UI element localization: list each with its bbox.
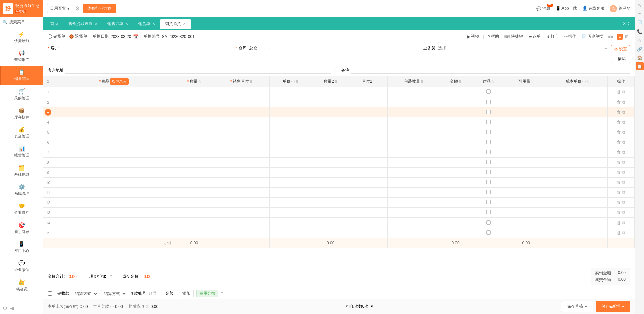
available-cell-3[interactable] [505, 107, 547, 117]
cost-price-cell-15[interactable] [547, 228, 607, 238]
qty-cell-13[interactable] [175, 208, 213, 218]
price-cell-15[interactable] [269, 228, 312, 238]
pack-qty-cell-9[interactable] [388, 168, 439, 178]
unit-cell-4[interactable] [213, 117, 269, 127]
price-cell-1[interactable] [269, 87, 312, 97]
price-cell-4[interactable] [269, 117, 312, 127]
copy-row-btn-14[interactable]: ⧉ [622, 220, 625, 226]
product-cell-4[interactable] [53, 117, 175, 127]
cost-price-cell-12[interactable] [547, 198, 607, 208]
delete-row-btn-14[interactable]: 🗑 [616, 220, 621, 226]
gift-checkbox-8[interactable] [486, 160, 491, 164]
delete-row-btn-7[interactable]: 🗑 [616, 150, 621, 155]
message-btn[interactable]: 💬 消息 70 [536, 6, 550, 11]
summary-method-select[interactable]: 结算方式 [101, 290, 127, 297]
sidebar-item-app-center[interactable]: 📱 应用中心 [0, 238, 43, 257]
warehouse-more-icon[interactable]: ··· [269, 46, 273, 51]
unit2-cell-6[interactable] [350, 137, 388, 147]
cost-price-cell-14[interactable] [547, 218, 607, 228]
price-cell-6[interactable] [269, 137, 312, 147]
amount-cell-7[interactable] [439, 147, 472, 158]
sidebar-item-guide[interactable]: 🎯 新手引导 [0, 218, 43, 238]
unit2-cell-4[interactable] [350, 117, 388, 127]
amount-cell-13[interactable] [439, 208, 472, 218]
qty-sort-icon[interactable]: ⇅ [198, 80, 201, 83]
qty-cell-10[interactable] [175, 178, 213, 188]
qty2-cell-13[interactable] [312, 208, 350, 218]
qty-cell-3[interactable] [175, 107, 213, 117]
gift-cell-8[interactable] [472, 158, 505, 168]
shortcut-btn[interactable]: ⌨ 快捷键 [503, 33, 524, 40]
select-order-btn[interactable]: ☰ 选单 [527, 33, 542, 40]
qty-cell-12[interactable] [175, 198, 213, 208]
qty-cell-11[interactable] [175, 188, 213, 198]
add-payment-btn[interactable]: + 添加 [176, 290, 194, 297]
amount-cell-10[interactable] [439, 178, 472, 188]
gift-checkbox-2[interactable] [486, 100, 491, 104]
unit2-cell-8[interactable] [350, 158, 388, 168]
tab-sales-return[interactable]: 销货退货 ✕ [160, 19, 191, 29]
account-dots[interactable]: ··· [159, 291, 163, 296]
price-cell-9[interactable] [269, 168, 312, 178]
tab-close-sales-deliver[interactable]: ✕ [152, 22, 155, 26]
qty-cell-4[interactable] [175, 117, 213, 127]
rp-list-icon[interactable]: ≡ [636, 10, 644, 18]
sidebar-item-sys[interactable]: ⚙️ 系统管理 [0, 180, 43, 199]
price-cell-13[interactable] [269, 208, 312, 218]
gift-checkbox-14[interactable] [486, 220, 491, 225]
amount-sort-icon[interactable]: ⇅ [459, 80, 461, 83]
available-cell-1[interactable] [505, 87, 547, 97]
calendar-icon[interactable]: 📅 [133, 34, 138, 39]
gift-cell-11[interactable] [472, 188, 505, 198]
copy-row-btn-8[interactable]: ⧉ [622, 160, 625, 165]
pack-qty-cell-15[interactable] [388, 228, 439, 238]
product-cell-3[interactable] [53, 107, 175, 117]
qty2-cell-1[interactable] [312, 87, 350, 97]
list-view-btn[interactable]: ≡ [617, 34, 623, 40]
product-cell-11[interactable] [53, 188, 175, 198]
gift-cell-3[interactable] [472, 107, 505, 117]
unit2-cell-7[interactable] [350, 147, 388, 158]
price-cell-10[interactable] [269, 178, 312, 188]
available-cell-13[interactable] [505, 208, 547, 218]
price-cell-5[interactable] [269, 127, 312, 137]
unit-cell-13[interactable] [213, 208, 269, 218]
unit2-cell-10[interactable] [350, 178, 388, 188]
copy-row-btn-9[interactable]: ⧉ [622, 170, 625, 175]
gift-checkbox-10[interactable] [486, 180, 491, 184]
unit-cell-12[interactable] [213, 198, 269, 208]
available-cell-11[interactable] [505, 188, 547, 198]
amount-cell-6[interactable] [439, 137, 472, 147]
qty2-cell-2[interactable] [312, 97, 350, 107]
gift-checkbox-5[interactable] [486, 130, 491, 134]
qty2-sort-icon[interactable]: ⇅ [335, 80, 337, 83]
cost-price-cell-9[interactable] [547, 168, 607, 178]
amount-cell-1[interactable] [439, 87, 472, 97]
price-cell-8[interactable] [269, 158, 312, 168]
unit-cell-15[interactable] [213, 228, 269, 238]
copy-row-btn-5[interactable]: ⧉ [622, 130, 625, 135]
pack-qty-cell-8[interactable] [388, 158, 439, 168]
calc-method-select[interactable]: 结算方式 [72, 290, 98, 297]
gift-cell-5[interactable] [472, 127, 505, 137]
price-cell-2[interactable] [269, 97, 312, 107]
qty-cell-5[interactable] [175, 127, 213, 137]
copy-row-btn-11[interactable]: ⧉ [622, 190, 625, 195]
history-btn[interactable]: 📄 历史单据 [580, 33, 605, 40]
topbar-settings-icon[interactable]: ⚙ [75, 5, 80, 12]
delete-row-btn-5[interactable]: 🗑 [616, 130, 621, 135]
delete-row-btn-4[interactable]: 🗑 [616, 120, 621, 125]
next-record-btn[interactable]: ▶ [611, 34, 614, 39]
tab-home[interactable]: 首页 [46, 19, 63, 29]
search-menu[interactable]: 🔍 搜索菜单 [0, 17, 43, 27]
gift-checkbox-9[interactable] [486, 170, 491, 174]
amount-cell-3[interactable] [439, 107, 472, 117]
sidebar-item-base-info[interactable]: 🗂️ 基础信息 [0, 161, 43, 180]
product-input-active[interactable] [55, 110, 173, 115]
copy-row-btn-13[interactable]: ⧉ [622, 210, 625, 215]
amount-cell-15[interactable] [439, 228, 472, 238]
prev-record-btn[interactable]: ◀ [607, 34, 610, 39]
available-cell-7[interactable] [505, 147, 547, 158]
copy-row-btn-1[interactable]: ⧉ [622, 89, 625, 95]
amount-cell-12[interactable] [439, 198, 472, 208]
